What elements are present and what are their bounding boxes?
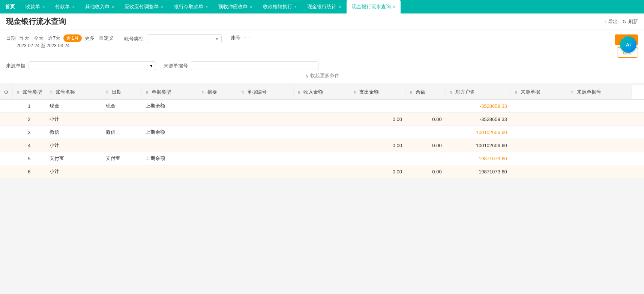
gear-icon[interactable]: ⚙ bbox=[4, 89, 9, 95]
col-account-type[interactable]: ⇅ 账号类型 bbox=[13, 85, 46, 99]
cell-date bbox=[142, 165, 198, 178]
tab-verify[interactable]: 收款核销执行 × bbox=[258, 0, 302, 13]
cell-balance: -3528659.33 bbox=[446, 99, 511, 113]
sort-icon: ⇅ bbox=[146, 90, 149, 94]
col-label: 对方户名 bbox=[455, 89, 475, 95]
cell-expense bbox=[406, 126, 446, 139]
filter-area: 日期 昨天 今天 近7天 近1月 更多 自定义 2023-02-24 至 202… bbox=[0, 30, 644, 84]
tab-other-income[interactable]: 其他收入单 × bbox=[80, 0, 119, 13]
cell-date bbox=[142, 139, 198, 152]
ai-assistant-button[interactable]: Ai bbox=[620, 36, 636, 53]
date-opt-custom[interactable]: 自定义 bbox=[98, 34, 115, 42]
table-row[interactable]: 1现金现金上期余额-3528659.33 bbox=[0, 99, 644, 113]
cell-doc-type bbox=[198, 126, 237, 139]
refresh-button[interactable]: ↻ 刷新 bbox=[622, 18, 638, 25]
col-label: 账号类型 bbox=[23, 89, 42, 95]
cell-expense bbox=[406, 152, 446, 165]
date-opt-more[interactable]: 更多 bbox=[83, 34, 96, 42]
cell-account-name bbox=[102, 139, 142, 152]
cell-income bbox=[350, 152, 406, 165]
dots-button[interactable]: ··· bbox=[243, 34, 251, 41]
sort-icon: ⇅ bbox=[297, 90, 300, 94]
sort-icon: ⇅ bbox=[241, 90, 244, 94]
cell-account-name bbox=[102, 113, 142, 126]
row-number: 4 bbox=[13, 139, 46, 152]
row-number: 3 bbox=[13, 126, 46, 139]
tab-shoukuan[interactable]: 收款单 × bbox=[20, 0, 50, 13]
col-expense[interactable]: ⇅ 支出金额 bbox=[350, 85, 406, 99]
close-icon[interactable]: × bbox=[393, 4, 395, 9]
table-area: ⚙ ⇅ 账号类型 ⇅ 账号名称 ⇅ 日期 ⇅ 单据类型 bbox=[0, 85, 644, 178]
close-icon[interactable]: × bbox=[72, 4, 74, 9]
tab-pre-collect[interactable]: 预收冲应收单 × bbox=[213, 0, 257, 13]
table-row[interactable]: 2小计0.000.00-3528659.33 bbox=[0, 113, 644, 126]
settings-col-header[interactable]: ⚙ bbox=[0, 85, 13, 99]
close-icon[interactable]: × bbox=[42, 4, 45, 9]
tab-bank[interactable]: 银行存取款单 × bbox=[169, 0, 213, 13]
col-label: 单据编号 bbox=[247, 89, 267, 95]
ai-label: Ai bbox=[626, 42, 631, 48]
collapse-button[interactable]: ∧ 收起更多条件 bbox=[305, 72, 339, 79]
table-row[interactable]: 3微信微信上期余额100102606.60 bbox=[0, 126, 644, 139]
close-icon[interactable]: × bbox=[112, 4, 114, 9]
collapse-label: 收起更多条件 bbox=[310, 72, 339, 79]
cell-account-type: 小计 bbox=[46, 113, 102, 126]
table-row[interactable]: 4小计0.000.00100102606.60 bbox=[0, 139, 644, 152]
tab-fukuan[interactable]: 付款单 × bbox=[50, 0, 80, 13]
col-account-name[interactable]: ⇅ 账号名称 bbox=[46, 85, 102, 99]
date-opt-today[interactable]: 今天 bbox=[32, 34, 45, 42]
date-opt-7days[interactable]: 近7天 bbox=[47, 34, 62, 42]
account-type-select[interactable]: ▾ bbox=[147, 34, 222, 43]
close-icon[interactable]: × bbox=[294, 4, 297, 9]
date-options: 昨天 今天 近7天 近1月 更多 自定义 bbox=[18, 34, 115, 42]
row-number: 2 bbox=[13, 113, 46, 126]
col-doc-type[interactable]: ⇅ 单据类型 bbox=[142, 85, 198, 99]
source-doc-no-input[interactable] bbox=[191, 61, 318, 70]
tab-label: 付款单 bbox=[55, 3, 70, 10]
col-date[interactable]: ⇅ 日期 bbox=[102, 85, 142, 99]
cell-account-type: 小计 bbox=[46, 165, 102, 178]
source-doc-select[interactable]: ▾ bbox=[29, 61, 156, 70]
cell-account-name: 微信 bbox=[102, 126, 142, 139]
cell-source-doc-no bbox=[631, 99, 644, 113]
close-icon[interactable]: × bbox=[206, 4, 208, 9]
col-source-doc-no[interactable]: ⇅ 来源单据号 bbox=[567, 85, 632, 99]
cell-doc-no bbox=[294, 113, 350, 126]
export-label: 导出 bbox=[608, 18, 618, 25]
cell-date: 上期余额 bbox=[142, 152, 198, 165]
cell-doc-no bbox=[294, 152, 350, 165]
cell-expense: 0.00 bbox=[406, 139, 446, 152]
cell-counterpart bbox=[511, 99, 567, 113]
row-gear-col bbox=[0, 99, 13, 113]
col-balance[interactable]: ⇅ 余额 bbox=[406, 85, 446, 99]
col-label: 收入金额 bbox=[303, 89, 323, 95]
cell-source-doc bbox=[567, 139, 632, 152]
sort-icon: ⇅ bbox=[50, 90, 53, 94]
col-income[interactable]: ⇅ 收入金额 bbox=[294, 85, 350, 99]
table-row[interactable]: 6小计0.000.0019871073.60 bbox=[0, 165, 644, 178]
page-title: 现金银行流水查询 bbox=[6, 16, 66, 27]
chevron-down-icon: ▾ bbox=[216, 36, 218, 42]
col-counterpart[interactable]: ⇅ 对方户名 bbox=[446, 85, 511, 99]
close-icon[interactable]: × bbox=[250, 4, 252, 9]
col-summary[interactable]: ⇅ 摘要 bbox=[198, 85, 237, 99]
col-source-doc[interactable]: ⇅ 来源单据 bbox=[511, 85, 567, 99]
date-opt-yesterday[interactable]: 昨天 bbox=[18, 34, 31, 42]
nav-home[interactable]: 首页 bbox=[0, 0, 20, 13]
sort-icon: ⇅ bbox=[106, 90, 109, 94]
col-doc-no[interactable]: ⇅ 单据编号 bbox=[237, 85, 294, 99]
close-icon[interactable]: × bbox=[339, 4, 341, 9]
row-number: 1 bbox=[13, 99, 46, 113]
export-button[interactable]: ↑ 导出 bbox=[604, 18, 618, 25]
tab-cashflow[interactable]: 现金银行流水查询 × bbox=[347, 0, 401, 13]
cell-balance: 19871073.60 bbox=[446, 165, 511, 178]
col-label: 余额 bbox=[416, 89, 425, 95]
tab-label: 银行存取款单 bbox=[174, 3, 203, 10]
cell-summary bbox=[237, 152, 294, 165]
tab-stats[interactable]: 现金银行统计 × bbox=[302, 0, 346, 13]
table-row[interactable]: 5支付宝支付宝上期余额19871073.60 bbox=[0, 152, 644, 165]
close-icon[interactable]: × bbox=[161, 4, 163, 9]
row-gear-col bbox=[0, 126, 13, 139]
date-opt-1month[interactable]: 近1月 bbox=[63, 34, 82, 42]
tab-adjust[interactable]: 应收应付调整单 × bbox=[119, 0, 168, 13]
